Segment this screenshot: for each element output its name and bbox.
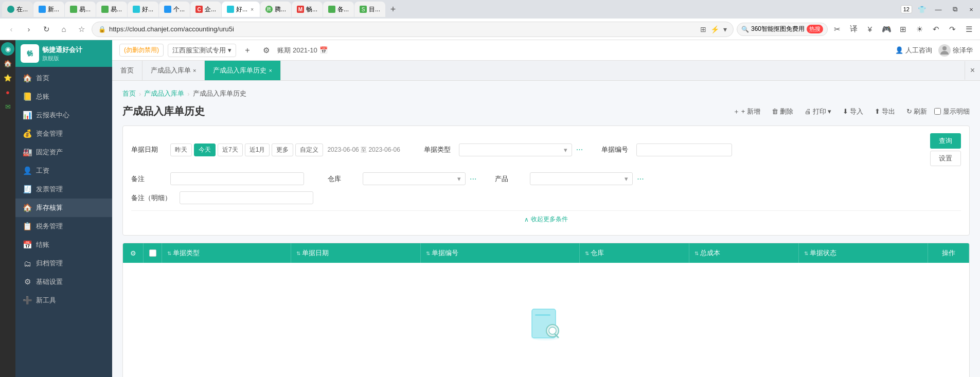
date-btn-1month[interactable]: 近1月 — [245, 143, 270, 156]
dropdown-arrow-icon[interactable]: ▾ — [723, 25, 727, 33]
th-date[interactable]: ⇅ 单据日期 — [291, 243, 420, 263]
page-tab-list-close[interactable]: × — [193, 67, 196, 74]
panel-close-button[interactable]: × — [965, 61, 980, 80]
game-icon[interactable]: 🎮 — [879, 22, 894, 37]
filter-settings-button[interactable]: 设置 — [930, 151, 961, 166]
minimize-button[interactable]: — — [932, 3, 945, 16]
tab-3[interactable]: 易... — [65, 2, 96, 17]
sidebar-item-more[interactable]: ➕ 新工具 — [15, 291, 112, 310]
th-warehouse[interactable]: ⇅ 仓库 — [580, 243, 689, 263]
sidebar-item-archive[interactable]: 🗂 归档管理 — [15, 254, 112, 273]
date-btn-7days[interactable]: 近7天 — [218, 143, 243, 156]
icon-sidebar-logo[interactable]: ◉ — [1, 42, 14, 56]
sidebar-item-ledger[interactable]: 📒 总账 — [15, 87, 112, 106]
tab-11[interactable]: 各... — [323, 2, 354, 17]
import-button[interactable]: ⬇ 导入 — [839, 105, 867, 118]
calendar-icon[interactable]: 📅 — [319, 46, 328, 54]
menu-icon[interactable]: ☰ — [961, 22, 976, 37]
th-number[interactable]: ⇅ 单据编号 — [421, 243, 580, 263]
sidebar-header[interactable]: 畅 畅捷通好会计 旗舰版 — [15, 40, 112, 67]
product-filter-dots[interactable]: ··· — [637, 174, 644, 184]
search-bar[interactable]: 🔍 360智能抠图免费用 热搜 — [737, 23, 828, 36]
sidebar-item-assets[interactable]: 🏭 固定资产 — [15, 143, 112, 161]
remark-filter-input[interactable] — [170, 172, 304, 185]
icon-sidebar-weibo[interactable]: ● — [1, 85, 14, 99]
tab-4[interactable]: 易... — [96, 2, 127, 17]
export-button[interactable]: ⬆ 导出 — [870, 105, 899, 118]
grid-icon[interactable]: ⊞ — [700, 25, 706, 33]
sidebar-item-home[interactable]: 🏠 首页 — [15, 69, 112, 87]
print-button[interactable]: 🖨 打印 ▾ — [800, 105, 835, 118]
collapse-bar[interactable]: ∧ 收起更多条件 — [131, 210, 961, 228]
add-org-button[interactable]: + — [240, 43, 255, 58]
tab-1[interactable]: 在... — [2, 2, 33, 17]
back-button[interactable]: ‹ — [4, 22, 19, 37]
th-cost[interactable]: ⇅ 总成本 — [689, 243, 799, 263]
select-all-checkbox[interactable] — [149, 249, 156, 257]
sidebar-item-reports[interactable]: 📊 云报表中心 — [15, 106, 112, 124]
currency-icon[interactable]: ¥ — [863, 22, 877, 37]
user-menu[interactable]: 徐泽华 — [938, 44, 973, 57]
translate-icon[interactable]: 译 — [846, 22, 861, 37]
icon-sidebar-star[interactable]: ⭐ — [1, 71, 14, 84]
page-tab-home[interactable]: 首页 — [112, 61, 142, 80]
warehouse-filter-dots[interactable]: ··· — [470, 174, 476, 184]
scissors-icon[interactable]: ✂ — [830, 22, 844, 37]
org-selector[interactable]: 江西服宝测试专用 ▾ — [168, 44, 236, 57]
undo-icon[interactable]: ↶ — [929, 22, 943, 37]
number-filter-input[interactable] — [636, 143, 732, 156]
refresh-button[interactable]: ↻ 刷新 — [902, 105, 931, 118]
tab-9[interactable]: 腾 腾... — [260, 2, 291, 17]
show-detail-checkbox[interactable] — [934, 108, 941, 115]
date-btn-yesterday[interactable]: 昨天 — [170, 143, 192, 156]
breadcrumb-home[interactable]: 首页 — [122, 89, 136, 98]
detail-remark-input[interactable] — [180, 191, 313, 204]
icon-sidebar-mail[interactable]: ✉ — [1, 100, 14, 113]
icon-sidebar-home[interactable]: 🏠 — [1, 57, 14, 70]
tab-10[interactable]: M 畅... — [292, 2, 323, 17]
url-bar[interactable]: 🔒 https://cloud.chanjet.com/accounting/u… — [92, 22, 734, 37]
tab-5[interactable]: 好... — [128, 2, 158, 17]
th-status[interactable]: ⇅ 单据状态 — [799, 243, 928, 263]
sidebar-item-invoice[interactable]: 🧾 发票管理 — [15, 180, 112, 199]
tab-8-active[interactable]: 好... × — [222, 2, 260, 17]
tab-12[interactable]: S 目... — [354, 2, 385, 17]
tab-6[interactable]: 个... — [159, 2, 190, 17]
breadcrumb-list[interactable]: 产成品入库单 — [144, 89, 184, 98]
page-tab-list[interactable]: 产成品入库单 × — [142, 61, 205, 80]
show-detail-toggle[interactable]: 显示明细 — [934, 107, 970, 116]
warehouse-filter-select[interactable]: ▾ — [363, 172, 466, 185]
tab-8-close[interactable]: × — [250, 6, 255, 13]
restore-button[interactable]: ⧉ — [948, 3, 961, 16]
th-type[interactable]: ⇅ 单据类型 — [162, 243, 291, 263]
delete-button[interactable]: 🗑 删除 — [768, 105, 797, 118]
forward-button[interactable]: › — [22, 22, 36, 37]
date-btn-custom[interactable]: 自定义 — [295, 143, 323, 156]
sidebar-item-tax[interactable]: 📋 税务管理 — [15, 217, 112, 236]
th-gear[interactable]: ⚙ — [123, 243, 144, 263]
bookmark-button[interactable]: ☆ — [74, 22, 88, 37]
type-filter-dots[interactable]: ··· — [576, 145, 583, 154]
th-checkbox[interactable] — [144, 243, 162, 263]
sidebar-item-funds[interactable]: 💰 资金管理 — [15, 124, 112, 143]
redo-icon[interactable]: ↷ — [945, 22, 959, 37]
sidebar-item-payroll[interactable]: 👤 工资 — [15, 161, 112, 180]
sun-icon[interactable]: ☀ — [912, 22, 926, 37]
date-btn-today[interactable]: 今天 — [194, 143, 216, 156]
tab-7[interactable]: C 企... — [190, 2, 221, 17]
sidebar-item-basic[interactable]: ⚙ 基础设置 — [15, 273, 112, 291]
lightning-icon[interactable]: ⚡ — [710, 25, 719, 33]
type-filter-select[interactable]: ▾ — [459, 143, 572, 156]
product-filter-select[interactable]: ▾ — [530, 172, 633, 185]
grid-icon[interactable]: ⊞ — [896, 22, 910, 37]
sidebar-item-inventory[interactable]: 🏠 库存核算 — [15, 199, 112, 217]
home-button[interactable]: ⌂ — [57, 22, 71, 37]
tab-2[interactable]: 新... — [33, 2, 64, 17]
close-window-button[interactable]: × — [965, 3, 978, 16]
settings-org-button[interactable]: ⚙ — [259, 43, 273, 58]
new-tab-button[interactable]: + — [386, 2, 400, 16]
query-button[interactable]: 查询 — [930, 133, 961, 149]
shirt-icon[interactable]: 👕 — [915, 3, 929, 16]
date-btn-more[interactable]: 更多 — [272, 143, 293, 156]
page-tab-history-close[interactable]: × — [269, 67, 272, 74]
